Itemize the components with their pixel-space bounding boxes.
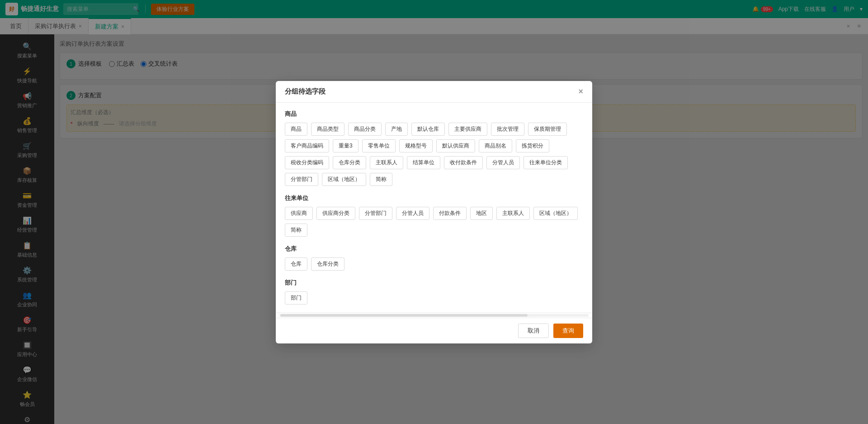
field-select-modal: 分组待选字段 × 商品 商品 商品类型 商品分类 产地 默认仓库 主要供应商 批…: [276, 81, 592, 343]
field-tag[interactable]: 分管人员: [486, 156, 520, 169]
modal-backdrop: 分组待选字段 × 商品 商品 商品类型 商品分类 产地 默认仓库 主要供应商 批…: [0, 0, 868, 424]
field-tag[interactable]: 仓库分类: [311, 257, 344, 271]
section-dept: 部门 部门: [285, 279, 583, 305]
field-tag[interactable]: 付款条件: [433, 207, 467, 220]
modal-footer: 取消 查询: [276, 318, 592, 343]
field-tag[interactable]: 拣货积分: [516, 139, 549, 152]
field-tag[interactable]: 保质期管理: [528, 123, 567, 136]
modal-title: 分组待选字段: [285, 87, 326, 96]
field-tag[interactable]: 主联系人: [496, 207, 530, 220]
field-tag[interactable]: 批次管理: [491, 123, 524, 136]
field-tag[interactable]: 主联系人: [370, 156, 403, 169]
field-tag[interactable]: 地区: [470, 207, 493, 220]
field-tag[interactable]: 商品: [285, 123, 307, 136]
section-dept-title: 部门: [285, 279, 583, 287]
warehouse-fields-grid: 仓库 仓库分类: [285, 257, 583, 271]
section-partner: 往来单位 供应商 供应商分类 分管部门 分管人员 付款条件 地区 主联系人 区域…: [285, 194, 583, 237]
field-tag[interactable]: 产地: [385, 123, 408, 136]
field-tag[interactable]: 简称: [285, 224, 307, 237]
modal-header: 分组待选字段 ×: [276, 81, 592, 103]
section-partner-title: 往来单位: [285, 194, 583, 202]
field-tag[interactable]: 零售单位: [362, 139, 396, 152]
field-tag[interactable]: 重量3: [333, 139, 359, 152]
field-tag[interactable]: 分管人员: [396, 207, 429, 220]
field-tag[interactable]: 默认供应商: [436, 139, 475, 152]
section-warehouse-title: 仓库: [285, 245, 583, 253]
field-tag[interactable]: 税收分类编码: [285, 156, 329, 169]
modal-close-btn[interactable]: ×: [578, 87, 583, 95]
field-tag[interactable]: 默认仓库: [411, 123, 445, 136]
field-tag[interactable]: 主要供应商: [448, 123, 487, 136]
field-tag[interactable]: 往来单位分类: [524, 156, 568, 169]
modal-body: 商品 商品 商品类型 商品分类 产地 默认仓库 主要供应商 批次管理 保质期管理…: [276, 103, 592, 313]
dept-fields-grid: 部门: [285, 291, 583, 305]
modal-hscroll[interactable]: [276, 313, 592, 317]
field-tag[interactable]: 商品分类: [348, 123, 382, 136]
section-product-title: 商品: [285, 110, 583, 118]
field-tag[interactable]: 商品别名: [479, 139, 512, 152]
field-tag[interactable]: 分管部门: [359, 207, 392, 220]
field-tag[interactable]: 仓库: [285, 257, 307, 271]
field-tag[interactable]: 仓库分类: [333, 156, 366, 169]
product-fields-grid: 商品 商品类型 商品分类 产地 默认仓库 主要供应商 批次管理 保质期管理 客户…: [285, 123, 583, 186]
section-warehouse: 仓库 仓库 仓库分类: [285, 245, 583, 271]
field-tag[interactable]: 区域（地区）: [322, 173, 366, 186]
field-tag[interactable]: 商品类型: [311, 123, 344, 136]
partner-fields-grid: 供应商 供应商分类 分管部门 分管人员 付款条件 地区 主联系人 区域（地区） …: [285, 207, 583, 237]
section-product: 商品 商品 商品类型 商品分类 产地 默认仓库 主要供应商 批次管理 保质期管理…: [285, 110, 583, 186]
field-tag[interactable]: 供应商: [285, 207, 313, 220]
field-tag[interactable]: 区域（地区）: [533, 207, 578, 220]
field-tag[interactable]: 收付款条件: [444, 156, 483, 169]
confirm-button[interactable]: 查询: [553, 324, 583, 338]
field-tag[interactable]: 客户商品编码: [285, 139, 329, 152]
field-tag[interactable]: 简称: [370, 173, 392, 186]
field-tag[interactable]: 分管部门: [285, 173, 318, 186]
field-tag[interactable]: 供应商分类: [316, 207, 355, 220]
field-tag[interactable]: 部门: [285, 291, 307, 305]
cancel-button[interactable]: 取消: [518, 324, 549, 338]
field-tag[interactable]: 结算单位: [407, 156, 440, 169]
field-tag[interactable]: 规格型号: [399, 139, 433, 152]
